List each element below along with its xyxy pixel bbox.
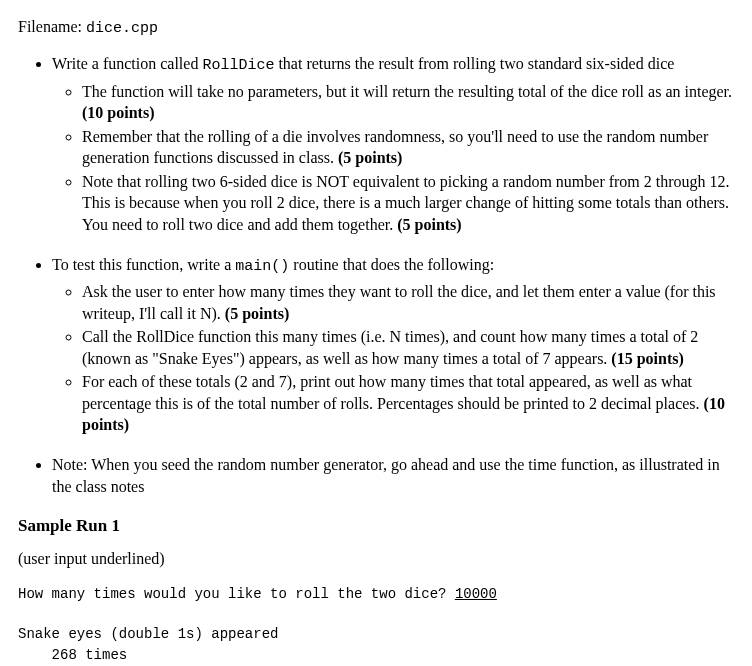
filename-label: Filename: [18, 18, 86, 35]
snake-line-1: Snake eyes (double 1s) appeared [18, 626, 278, 642]
bullet-2-sublist: Ask the user to enter how many times the… [52, 281, 734, 436]
bullet-2-suffix: routine that does the following: [289, 256, 494, 273]
bullet-1-sub-1-points: (10 points) [82, 104, 154, 121]
bullet-1-suffix: that returns the result from rolling two… [274, 55, 674, 72]
snake-line-2: 268 times [18, 647, 127, 663]
user-input-note: (user input underlined) [18, 548, 734, 570]
bullet-1-sub-3-points: (5 points) [397, 216, 461, 233]
prompt-line: How many times would you like to roll th… [18, 586, 455, 602]
filename-value: dice.cpp [86, 20, 158, 37]
bullet-1-prefix: Write a function called [52, 55, 202, 72]
top-list: Write a function called RollDice that re… [18, 53, 734, 497]
bullet-2-sub-2: Call the RollDice function this many tim… [82, 326, 734, 369]
bullet-2-prefix: To test this function, write a [52, 256, 235, 273]
bullet-1-code: RollDice [202, 57, 274, 74]
bullet-2-sub-1-text: Ask the user to enter how many times the… [82, 283, 716, 322]
bullet-2-code: main() [235, 258, 289, 275]
user-input-value: 10000 [455, 586, 497, 602]
bullet-2-sub-2-points: (15 points) [611, 350, 683, 367]
filename-line: Filename: dice.cpp [18, 16, 734, 39]
bullet-1-sub-2: Remember that the rolling of a die invol… [82, 126, 734, 169]
bullet-2-sub-3-text: For each of these totals (2 and 7), prin… [82, 373, 704, 412]
sample-run-heading: Sample Run 1 [18, 515, 734, 538]
bullet-2-sub-1-points: (5 points) [225, 305, 289, 322]
sample-output-block: How many times would you like to roll th… [18, 584, 734, 666]
bullet-1: Write a function called RollDice that re… [52, 53, 734, 235]
bullet-2-sub-3: For each of these totals (2 and 7), prin… [82, 371, 734, 436]
bullet-1-sub-1: The function will take no parameters, bu… [82, 81, 734, 124]
bullet-1-sublist: The function will take no parameters, bu… [52, 81, 734, 236]
bullet-1-sub-2-points: (5 points) [338, 149, 402, 166]
bullet-3: Note: When you seed the random number ge… [52, 454, 734, 497]
bullet-2-sub-2-text: Call the RollDice function this many tim… [82, 328, 698, 367]
bullet-1-sub-1-text: The function will take no parameters, bu… [82, 83, 732, 100]
bullet-2-sub-1: Ask the user to enter how many times the… [82, 281, 734, 324]
bullet-2: To test this function, write a main() ro… [52, 254, 734, 436]
bullet-3-text: Note: When you seed the random number ge… [52, 456, 720, 495]
bullet-1-sub-3: Note that rolling two 6-sided dice is NO… [82, 171, 734, 236]
